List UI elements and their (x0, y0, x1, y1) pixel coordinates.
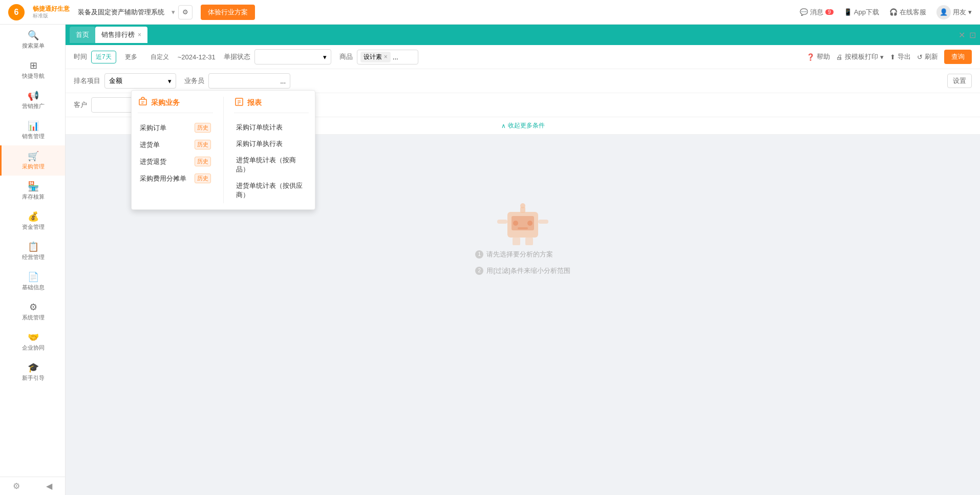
sidebar-item-operations[interactable]: 📋 经营管理 (0, 236, 65, 266)
report-icon-svg (234, 97, 244, 107)
purchase-expense-history[interactable]: 历史 (195, 174, 211, 183)
inbound-return-item[interactable]: 进货退货 历史 (138, 153, 213, 170)
export-btn[interactable]: ⬆ 导出 (890, 52, 911, 61)
purchase-order-exec-label: 采购订单执行表 (236, 139, 283, 148)
settings-icon[interactable]: ⚙ (178, 5, 193, 19)
sidebar-item-guide[interactable]: 🎓 新手引导 (0, 357, 65, 387)
goods-tag-value: 设计素 (364, 53, 382, 61)
purchase-col-icon (138, 97, 148, 109)
sidebar-search-label: 搜索菜单 (22, 42, 45, 50)
salesperson-filter: 业务员 ... (184, 73, 290, 89)
svg-rect-7 (497, 220, 507, 224)
sidebar-item-enterprise[interactable]: 🤝 企业协同 (0, 327, 65, 357)
industry-btn[interactable]: 体验行业方案 (201, 5, 255, 20)
online-service-btn[interactable]: 🎧 在线客服 (889, 8, 926, 17)
svg-rect-14 (236, 98, 243, 105)
phone-icon: 📱 (844, 8, 852, 16)
salesperson-select[interactable]: ... (208, 73, 290, 89)
rank-select[interactable]: 金额 ▾ (104, 73, 176, 89)
content-area: 首页 销售排行榜 × ✕ ⊡ 时间 (66, 25, 980, 495)
purchase-order-item[interactable]: 采购订单 历史 (138, 119, 213, 136)
tab-home[interactable]: 首页 (70, 27, 95, 43)
report-col-icon (234, 97, 244, 109)
avatar: 👤 (936, 5, 951, 19)
empty-line1: 1 请先选择要分析的方案 (475, 248, 570, 261)
query-btn[interactable]: 查询 (944, 50, 972, 64)
empty-illustration (492, 197, 553, 248)
window-controls: ✕ ⊡ (958, 30, 976, 40)
time-pill-more[interactable]: 更多 (120, 51, 142, 63)
empty-icon-container (492, 197, 553, 248)
doc-status-select[interactable]: ▾ (254, 49, 331, 64)
status-goods-row: 单据状态 ▾ 商品 设计素 (224, 49, 798, 64)
finance-icon: 💰 (28, 211, 39, 222)
time-filter-row: 时间 近7天 更多 自定义 ~2024-12-31 (74, 51, 216, 63)
dropdown-arrow-icon[interactable]: ▾ (172, 8, 175, 16)
sidebar-collapse-btn[interactable]: ◀ (46, 481, 52, 491)
settings-btn-area: 设置 (947, 74, 972, 88)
report-col-title: 报表 (234, 97, 309, 113)
online-service-label: 在线客服 (900, 8, 926, 17)
main-content: 时间 近7天 更多 自定义 ~2024-12-31 单据状态 (66, 45, 980, 495)
inbound-stats-supplier-item[interactable]: 进货单统计表（按供应商） (234, 178, 309, 203)
purchase-expense-item[interactable]: 采购费用分摊单 历史 (138, 170, 213, 187)
purchase-order-exec-item[interactable]: 采购订单执行表 (234, 136, 309, 152)
sidebar-item-system[interactable]: ⚙ 系统管理 (0, 296, 65, 327)
sidebar-item-quick-nav[interactable]: ⊞ 快捷导航 (0, 55, 65, 85)
sidebar-settings-btn[interactable]: ⚙ (13, 481, 20, 491)
window-close-btn[interactable]: ✕ (958, 30, 965, 40)
sidebar-item-marketing[interactable]: 📢 营销推广 (0, 85, 65, 115)
sidebar-item-purchase[interactable]: 🛒 采购管理 (0, 145, 65, 176)
sales-icon: 📊 (28, 120, 39, 132)
tab-sales-rank-label: 销售排行榜 (101, 30, 135, 39)
refresh-btn[interactable]: ↺ 刷新 (917, 52, 938, 61)
message-badge: 9 (825, 9, 834, 15)
purchase-order-stats-item[interactable]: 采购订单统计表 (234, 119, 309, 136)
message-label: 消息 (810, 8, 823, 17)
user-area[interactable]: 👤 用友 ▾ (936, 5, 972, 19)
svg-rect-4 (518, 227, 528, 229)
sidebar-item-sales[interactable]: 📊 销售管理 (0, 115, 65, 145)
doc-status-arrow: ▾ (323, 53, 327, 61)
sidebar-item-finance[interactable]: 💰 资金管理 (0, 206, 65, 236)
goods-tag: 设计素 × (360, 52, 391, 62)
tab-close-icon[interactable]: × (138, 31, 141, 38)
export-icon: ⬆ (890, 53, 896, 61)
system-icon: ⚙ (29, 302, 37, 313)
tab-home-label: 首页 (76, 30, 89, 39)
empty-line2: 2 用[过滤]条件来缩小分析范围 (475, 264, 570, 277)
sidebar-item-search[interactable]: 🔍 搜索菜单 (0, 25, 65, 55)
goods-tag-close[interactable]: × (384, 53, 388, 60)
sidebar-item-basic-info[interactable]: 📄 基础信息 (0, 266, 65, 296)
refresh-icon: ↺ (917, 53, 923, 61)
svg-point-3 (527, 221, 532, 226)
top-toolbar: 时间 近7天 更多 自定义 ~2024-12-31 单据状态 (66, 45, 980, 69)
report-col-title-text: 报表 (247, 98, 262, 107)
message-btn[interactable]: 💬 消息 9 (800, 8, 834, 17)
second-filter-row: 排名项目 金额 ▾ 业务员 ... (66, 69, 980, 93)
inbound-return-history[interactable]: 历史 (195, 157, 211, 166)
time-pill-7days[interactable]: 近7天 (91, 51, 116, 63)
purchase-col-title-text: 采购业务 (151, 98, 180, 107)
tab-sales-rank[interactable]: 销售排行榜 × (95, 27, 147, 43)
tab-bar: 首页 销售排行榜 × ✕ ⊡ (66, 25, 980, 45)
empty-text-line1: 请先选择要分析的方案 (486, 248, 553, 261)
top-right: 💬 消息 9 📱 App下载 🎧 在线客服 👤 用友 ▾ (800, 5, 972, 19)
time-pill-custom[interactable]: 自定义 (146, 51, 174, 63)
sidebar-quicknav-label: 快捷导航 (22, 72, 45, 80)
inbound-item[interactable]: 进货单 历史 (138, 136, 213, 153)
help-btn[interactable]: ❓ 帮助 (806, 52, 830, 61)
sidebar-operations-label: 经营管理 (22, 253, 45, 261)
collapse-btn[interactable]: ∧ 收起更多条件 (501, 121, 545, 130)
settings-btn[interactable]: 设置 (947, 74, 972, 88)
window-maximize-btn[interactable]: ⊡ (969, 30, 976, 40)
print-btn[interactable]: 🖨 按模板打印 ▾ (836, 52, 884, 61)
app-download-btn[interactable]: 📱 App下载 (844, 8, 879, 17)
inbound-history[interactable]: 历史 (195, 140, 211, 149)
purchase-order-history[interactable]: 历史 (195, 123, 211, 133)
goods-select[interactable]: 设计素 × ... (357, 50, 418, 64)
inbound-stats-goods-item[interactable]: 进货单统计表（按商品） (234, 152, 309, 178)
sidebar-item-inventory[interactable]: 🏪 库存核算 (0, 176, 65, 206)
user-dropdown-icon: ▾ (968, 8, 972, 16)
svg-rect-10 (525, 238, 533, 245)
